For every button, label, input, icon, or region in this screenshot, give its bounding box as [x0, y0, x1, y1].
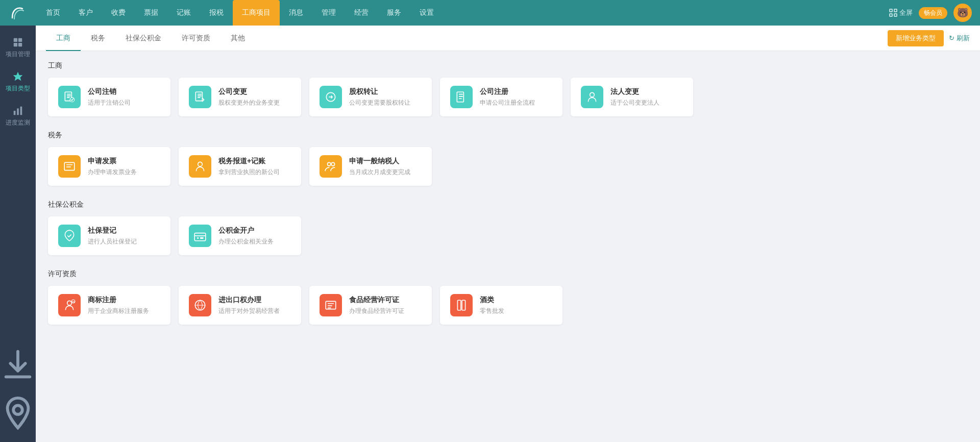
section-title-xuke: 许可资质 [48, 269, 968, 279]
new-type-button[interactable]: 新增业务类型 [888, 30, 944, 46]
tab-shebao[interactable]: 社保公积金 [115, 26, 172, 51]
card-icon-company-register [450, 86, 473, 108]
card-import-export[interactable]: 进出口权办理 适用于对外贸易经营者 [179, 286, 301, 325]
refresh-icon: ↻ [949, 34, 954, 42]
card-desc-trademark: 用于企业商标注册服务 [88, 307, 149, 315]
card-title-legal-change: 法人变更 [610, 87, 659, 96]
card-title-alcohol: 酒类 [480, 296, 504, 305]
card-tax-report[interactable]: 税务报道+记账 拿到营业执照的新公司 [179, 147, 301, 186]
svg-rect-23 [194, 233, 206, 241]
top-nav-item-8[interactable]: 管理 [312, 0, 345, 26]
card-desc-company-change: 股权变更外的业务变更 [218, 99, 280, 107]
tab-other[interactable]: 其他 [220, 26, 255, 51]
card-company-cancel[interactable]: 公司注销 适用于注销公司 [48, 78, 170, 116]
nav-items: 首页客户收费票据记账报税工商项目消息管理经营服务设置 [37, 0, 889, 26]
svg-rect-31 [457, 300, 461, 310]
card-desc-alcohol: 零售批发 [480, 307, 504, 315]
card-icon-general-taxpayer [320, 155, 342, 178]
card-info-company-register: 公司注册 申请公司注册全流程 [480, 87, 535, 107]
card-legal-change[interactable]: 法人变更 适于公司变更法人 [571, 78, 693, 116]
card-desc-tax-report: 拿到营业执照的新公司 [218, 168, 280, 177]
svg-point-12 [13, 405, 22, 414]
card-icon-import-export [189, 294, 211, 316]
svg-rect-32 [462, 300, 465, 310]
sidebar-location[interactable] [0, 389, 36, 437]
svg-rect-25 [200, 237, 204, 239]
fullscreen-label: 全屏 [899, 8, 913, 17]
vip-label: 畅会员 [924, 9, 942, 16]
card-apply-invoice[interactable]: 申请发票 办理申请发票业务 [48, 147, 170, 186]
sidebar-label-project: 项目管理 [6, 50, 30, 59]
sidebar-item-project-management[interactable]: 项目管理 [0, 31, 36, 65]
svg-rect-9 [14, 111, 16, 115]
card-food-license[interactable]: 食品经营许可证 办理食品经营许可证 [309, 286, 432, 325]
card-title-company-cancel: 公司注销 [88, 87, 131, 96]
card-company-register[interactable]: 公司注册 申请公司注册全流程 [440, 78, 562, 116]
top-nav-right: 全屏 畅会员 🐻 [889, 4, 972, 22]
card-title-company-register: 公司注册 [480, 87, 535, 96]
card-title-import-export: 进出口权办理 [218, 296, 280, 305]
card-alcohol[interactable]: 酒类 零售批发 [440, 286, 562, 325]
card-title-provident-fund: 公积金开户 [218, 226, 274, 235]
sidebar-download[interactable] [0, 341, 36, 389]
top-nav-item-0[interactable]: 首页 [37, 0, 69, 26]
fullscreen-button[interactable]: 全屏 [889, 8, 913, 17]
tab-shuiwu[interactable]: 税务 [81, 26, 115, 51]
svg-rect-10 [17, 108, 19, 115]
card-trademark[interactable]: TM 商标注册 用于企业商标注册服务 [48, 286, 170, 325]
card-info-import-export: 进出口权办理 适用于对外贸易经营者 [218, 296, 280, 315]
tab-xuke[interactable]: 许可资质 [172, 26, 220, 51]
card-desc-equity-transfer: 公司变更需要股权转让 [349, 99, 410, 107]
card-icon-equity-transfer [320, 86, 342, 108]
refresh-button[interactable]: ↻ 刷新 [949, 34, 970, 43]
top-nav-item-4[interactable]: 记账 [167, 0, 200, 26]
sidebar-item-project-type[interactable]: 项目类型 [0, 65, 36, 99]
top-nav-item-3[interactable]: 票据 [135, 0, 167, 26]
top-nav-item-1[interactable]: 客户 [69, 0, 102, 26]
top-nav-item-2[interactable]: 收费 [102, 0, 135, 26]
card-desc-provident-fund: 办理公积金相关业务 [218, 237, 274, 246]
card-info-provident-fund: 公积金开户 办理公积金相关业务 [218, 226, 274, 246]
svg-point-21 [328, 162, 331, 166]
top-nav-item-11[interactable]: 设置 [410, 0, 443, 26]
app-logo [8, 4, 27, 22]
sidebar-item-progress-monitor[interactable]: 进度监测 [0, 99, 36, 133]
scroll-content[interactable]: 工商 公司注销 适用于注销公司 [36, 51, 980, 442]
card-general-taxpayer[interactable]: 申请一般纳税人 当月或次月成变更完成 [309, 147, 432, 186]
card-icon-food-license [320, 294, 342, 316]
cards-grid-xuke: TM 商标注册 用于企业商标注册服务 [48, 286, 968, 325]
card-title-trademark: 商标注册 [88, 296, 149, 305]
card-icon-alcohol [450, 294, 473, 316]
card-company-change[interactable]: 公司变更 股权变更外的业务变更 [179, 78, 301, 116]
svg-rect-7 [18, 43, 22, 46]
top-nav-item-5[interactable]: 报税 [200, 0, 233, 26]
card-provident-fund[interactable]: 公积金开户 办理公积金相关业务 [179, 216, 301, 255]
svg-rect-6 [14, 43, 17, 46]
card-icon-provident-fund [189, 225, 211, 247]
tab-bar: 工商 税务 社保公积金 许可资质 其他 新增业务类型 ↻ 刷新 [36, 26, 980, 51]
tab-gongshang[interactable]: 工商 [46, 26, 81, 51]
svg-rect-2 [890, 14, 892, 16]
svg-rect-3 [894, 14, 897, 16]
card-desc-legal-change: 适于公司变更法人 [610, 99, 659, 107]
top-nav-item-10[interactable]: 服务 [378, 0, 410, 26]
top-nav-item-9[interactable]: 经营 [345, 0, 378, 26]
card-desc-apply-invoice: 办理申请发票业务 [88, 168, 137, 177]
cards-grid-shuiwu: 申请发票 办理申请发票业务 税务报道+记账 拿到营业执照的新公司 [48, 147, 968, 186]
card-info-trademark: 商标注册 用于企业商标注册服务 [88, 296, 149, 315]
card-info-social-insurance: 社保登记 进行人员社保登记 [88, 226, 137, 246]
card-title-apply-invoice: 申请发票 [88, 157, 137, 166]
card-info-tax-report: 税务报道+记账 拿到营业执照的新公司 [218, 157, 280, 177]
card-title-general-taxpayer: 申请一般纳税人 [349, 157, 410, 166]
user-avatar[interactable]: 🐻 [953, 4, 972, 22]
vip-button[interactable]: 畅会员 [919, 7, 947, 19]
top-nav-item-6[interactable]: 工商项目 [233, 0, 280, 26]
top-nav-item-7[interactable]: 消息 [280, 0, 312, 26]
svg-point-20 [198, 162, 203, 166]
svg-rect-1 [894, 9, 897, 12]
card-icon-company-change [189, 86, 211, 108]
card-equity-transfer[interactable]: 股权转让 公司变更需要股权转让 [309, 78, 432, 116]
card-icon-trademark: TM [58, 294, 81, 316]
card-social-insurance[interactable]: 社保登记 进行人员社保登记 [48, 216, 170, 255]
card-desc-import-export: 适用于对外贸易经营者 [218, 307, 280, 315]
